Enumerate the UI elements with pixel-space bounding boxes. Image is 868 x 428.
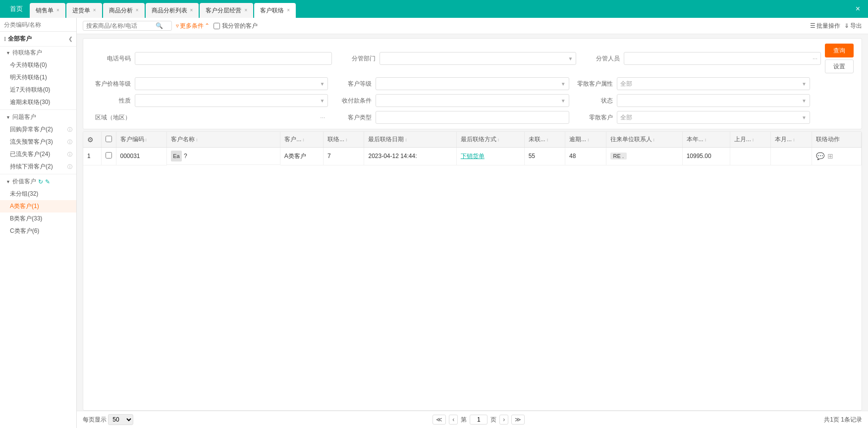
cell-last-method[interactable]: 下销货单 bbox=[456, 148, 524, 165]
dept-select[interactable]: ▼ bbox=[380, 52, 577, 65]
dept-label: 分管部门 bbox=[336, 54, 376, 63]
sort-icon[interactable]: ↕ bbox=[405, 137, 407, 142]
main-search-icon[interactable]: 🔍 bbox=[156, 22, 163, 29]
nature-select[interactable]: ▼ bbox=[135, 94, 328, 107]
th-this-year: 本年... ↕ bbox=[682, 132, 730, 148]
sidebar-item[interactable]: A类客户(1) bbox=[0, 200, 76, 213]
tab-close-icon[interactable]: × bbox=[136, 3, 139, 18]
tab-close-icon[interactable]: × bbox=[244, 3, 247, 18]
sidebar-item-label: C类客户(6) bbox=[10, 227, 39, 235]
sort-icon[interactable]: ↕ bbox=[302, 137, 305, 142]
prev-page-btn[interactable]: ‹ bbox=[449, 415, 458, 425]
arrow-icon: ▼ bbox=[6, 51, 10, 55]
nav-close-button[interactable]: × bbox=[852, 4, 864, 13]
phone-input[interactable] bbox=[135, 52, 332, 65]
arrow: ▼ bbox=[320, 98, 325, 104]
sidebar-item[interactable]: 回购异常客户(2)ⓘ bbox=[0, 123, 76, 136]
row-checkbox[interactable] bbox=[106, 152, 112, 159]
sidebar-search-input[interactable] bbox=[4, 21, 77, 28]
info-icon: ⓘ bbox=[67, 139, 72, 146]
retail-customer-select[interactable]: 全部 ▼ bbox=[617, 111, 810, 124]
payment-select[interactable]: ▼ bbox=[376, 94, 569, 107]
sidebar-item[interactable]: 已流失客户(24)ⓘ bbox=[0, 148, 76, 160]
more-conditions-btn[interactable]: ▿ 更多条件 ⌃ bbox=[176, 22, 210, 30]
sort-icon[interactable]: ↕ bbox=[705, 137, 707, 142]
retail-attr-select[interactable]: 全部 ▼ bbox=[617, 77, 810, 90]
sidebar-all-customers-header[interactable]: ⁝ 全部客户 ❮ bbox=[0, 32, 76, 47]
customer-type-select[interactable] bbox=[376, 111, 569, 124]
sort-icon[interactable]: ↕ bbox=[653, 137, 655, 142]
edit-icon[interactable]: ✎ bbox=[45, 178, 50, 185]
sidebar-item[interactable]: 未分组(32) bbox=[0, 188, 76, 200]
sidebar-item[interactable]: C类客户(6) bbox=[0, 225, 76, 237]
nav-tab[interactable]: 销售单× bbox=[30, 3, 65, 18]
person-select[interactable]: ··· bbox=[624, 52, 821, 65]
tab-close-icon[interactable]: × bbox=[190, 3, 193, 18]
th-last-method: 最后联络方式 ↕ bbox=[456, 132, 524, 148]
status-select[interactable]: ▼ bbox=[617, 94, 810, 107]
query-button[interactable]: 查询 bbox=[825, 44, 854, 57]
sidebar-item[interactable]: 近7天待联络(0) bbox=[0, 84, 76, 96]
th-this-month: 本月... ↕ bbox=[771, 132, 812, 148]
collapse-sidebar-icon[interactable]: ❮ bbox=[68, 36, 72, 42]
sort-icon[interactable]: ↕ bbox=[587, 137, 590, 142]
sort-icon[interactable]: ↕ bbox=[145, 137, 148, 142]
sidebar-group-value[interactable]: ▼ 价值客户 ↻ ✎ bbox=[0, 175, 76, 188]
nav-tab[interactable]: 客户联络× bbox=[254, 3, 296, 18]
tab-label: 客户联络 bbox=[260, 3, 284, 18]
refresh-icon[interactable]: ↻ bbox=[38, 178, 43, 185]
nav-tab[interactable]: 进货单× bbox=[66, 3, 102, 18]
total-label: 共1页 1条记录 bbox=[824, 416, 862, 423]
batch-icon: ☰ bbox=[810, 22, 815, 29]
th-overdue: 逾期... ↕ bbox=[565, 132, 606, 148]
sidebar-group-problem[interactable]: ▼ 问题客户 bbox=[0, 111, 76, 123]
sidebar-group-waiting[interactable]: ▼ 待联络客户 bbox=[0, 47, 76, 59]
settings-icon[interactable]: ⚙ bbox=[87, 136, 94, 144]
nav-tab[interactable]: 商品分析列表× bbox=[146, 3, 199, 18]
sidebar-item-label: 今天待联络(0) bbox=[10, 61, 47, 69]
nav-tab[interactable]: 商品分析× bbox=[103, 3, 145, 18]
sort-icon[interactable]: ↕ bbox=[546, 137, 549, 142]
qrcode-icon[interactable]: ⊞ bbox=[827, 152, 833, 160]
th-last-month: 上月... ↕ bbox=[730, 132, 770, 148]
table-scroll[interactable]: ⚙ 客户编码 ↕ bbox=[83, 132, 862, 410]
next-page-btn[interactable]: › bbox=[499, 415, 508, 425]
last-page-btn[interactable]: ≫ bbox=[511, 415, 525, 425]
search-wrap: 🔍 bbox=[83, 21, 172, 31]
nav-tab[interactable]: 客户分层经营× bbox=[200, 3, 253, 18]
batch-ops-btn[interactable]: ☰ 批量操作 bbox=[810, 22, 840, 30]
price-level-select[interactable]: ▼ bbox=[135, 77, 328, 90]
nav-home[interactable]: 首页 bbox=[4, 0, 29, 18]
action-buttons: 查询 设置 bbox=[825, 44, 854, 73]
sidebar-item[interactable]: B类客户(33) bbox=[0, 213, 76, 225]
export-icon: ⇓ bbox=[844, 22, 849, 29]
sort-icon[interactable]: ↕ bbox=[793, 137, 795, 142]
region-select[interactable]: ··· bbox=[135, 111, 328, 124]
page-size-select[interactable]: 50 100 200 bbox=[108, 414, 133, 425]
tab-close-icon[interactable]: × bbox=[56, 3, 59, 18]
sidebar-item-label: 明天待联络(1) bbox=[10, 73, 47, 82]
sidebar-item[interactable]: 持续下滑客户(2)ⓘ bbox=[0, 160, 76, 173]
tab-close-icon[interactable]: × bbox=[287, 3, 290, 18]
filter-price-level: 客户价格等级 ▼ bbox=[91, 77, 328, 90]
sidebar-item[interactable]: 今天待联络(0) bbox=[0, 59, 76, 71]
sidebar-item[interactable]: 逾期未联络(30) bbox=[0, 96, 76, 108]
setting-button[interactable]: 设置 bbox=[825, 59, 854, 73]
sidebar-item[interactable]: 流失预警客户(3)ⓘ bbox=[0, 136, 76, 148]
my-customers-checkbox[interactable] bbox=[214, 23, 220, 29]
sidebar-item[interactable]: 明天待联络(1) bbox=[0, 71, 76, 84]
main-layout: 🔍 ⁝ 全部客户 ❮ ▼ 待联络客户 今天待联络(0)明天待联络(1)近7天待联… bbox=[0, 18, 868, 428]
my-customers-checkbox-label[interactable]: 我分管的客户 bbox=[214, 22, 258, 30]
select-all-checkbox[interactable] bbox=[106, 136, 112, 142]
tab-close-icon[interactable]: × bbox=[93, 3, 96, 18]
customer-level-select[interactable]: ▼ bbox=[376, 77, 569, 90]
export-btn[interactable]: ⇓ 导出 bbox=[844, 22, 862, 30]
first-page-btn[interactable]: ≪ bbox=[433, 415, 446, 425]
page-input[interactable] bbox=[470, 415, 488, 425]
sort-icon[interactable]: ↕ bbox=[752, 137, 755, 142]
comment-icon[interactable]: 💬 bbox=[816, 152, 824, 160]
sort-icon[interactable]: ↕ bbox=[497, 137, 500, 142]
main-search-input[interactable] bbox=[86, 22, 156, 29]
sort-icon[interactable]: ↕ bbox=[345, 137, 348, 142]
sort-icon[interactable]: ↕ bbox=[196, 137, 198, 142]
